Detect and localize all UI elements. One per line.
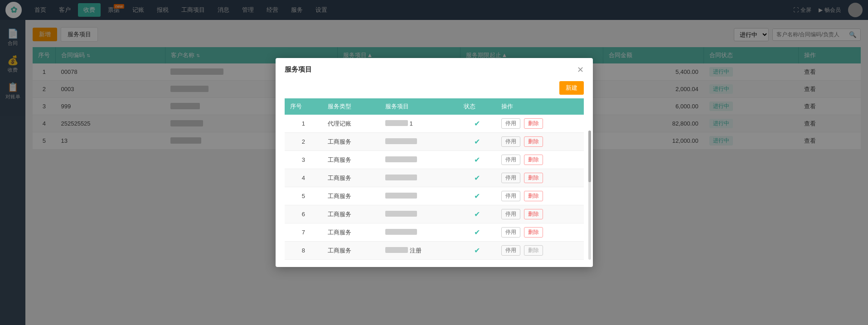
modal-table-row: 2 工商服务 ✔ 停用 删除 bbox=[285, 133, 584, 151]
delete-button[interactable]: 删除 bbox=[524, 155, 543, 165]
modal-cell-type: 工商服务 bbox=[322, 242, 380, 260]
modal-cell-seq: 8 bbox=[285, 242, 322, 260]
stop-button[interactable]: 停用 bbox=[501, 245, 520, 256]
modal-th-status: 状态 bbox=[458, 98, 496, 115]
modal-cell-action: 停用 删除 bbox=[496, 169, 583, 187]
modal-cell-item bbox=[380, 205, 458, 223]
modal-cell-type: 工商服务 bbox=[322, 133, 380, 151]
modal-cell-seq: 5 bbox=[285, 187, 322, 205]
modal-cell-type: 工商服务 bbox=[322, 205, 380, 223]
modal-table-row: 5 工商服务 ✔ 停用 删除 bbox=[285, 187, 584, 205]
modal-table-row: 3 工商服务 ✔ 停用 删除 bbox=[285, 151, 584, 169]
modal-cell-status: ✔ bbox=[458, 205, 496, 223]
modal-table-row: 4 工商服务 ✔ 停用 删除 bbox=[285, 169, 584, 187]
delete-button[interactable]: 删除 bbox=[524, 136, 543, 147]
modal-scrollbar[interactable] bbox=[588, 131, 591, 260]
modal-close-button[interactable]: ✕ bbox=[577, 66, 584, 74]
modal-cell-action: 停用 删除 bbox=[496, 187, 583, 205]
status-check-icon: ✔ bbox=[474, 210, 480, 218]
service-items-modal: 服务项目 ✕ 新建 序号 服务类型 服务项目 状态 操作 1 代理记账 bbox=[276, 58, 593, 267]
delete-button[interactable]: 删除 bbox=[524, 191, 543, 201]
stop-button[interactable]: 停用 bbox=[501, 155, 520, 165]
status-check-icon: ✔ bbox=[474, 138, 480, 146]
modal-cell-seq: 7 bbox=[285, 223, 322, 242]
modal-service-table: 序号 服务类型 服务项目 状态 操作 1 代理记账 1 ✔ 停用 删除 2 工商… bbox=[285, 98, 584, 260]
modal-overlay[interactable]: 服务项目 ✕ 新建 序号 服务类型 服务项目 状态 操作 1 代理记账 bbox=[0, 0, 868, 325]
status-check-icon: ✔ bbox=[474, 120, 480, 127]
modal-th-type: 服务类型 bbox=[322, 98, 380, 115]
modal-cell-action: 停用 删除 bbox=[496, 133, 583, 151]
stop-button[interactable]: 停用 bbox=[501, 191, 520, 201]
delete-button[interactable]: 删除 bbox=[524, 118, 543, 129]
modal-cell-status: ✔ bbox=[458, 187, 496, 205]
modal-cell-item bbox=[380, 187, 458, 205]
modal-cell-item: 注册 bbox=[380, 242, 458, 260]
modal-cell-seq: 3 bbox=[285, 151, 322, 169]
delete-button-disabled[interactable]: 删除 bbox=[524, 245, 543, 256]
modal-cell-status: ✔ bbox=[458, 223, 496, 242]
modal-cell-status: ✔ bbox=[458, 115, 496, 133]
stop-button[interactable]: 停用 bbox=[501, 227, 520, 238]
modal-cell-action: 停用 删除 bbox=[496, 242, 583, 260]
modal-cell-type: 工商服务 bbox=[322, 169, 380, 187]
modal-cell-seq: 4 bbox=[285, 169, 322, 187]
stop-button[interactable]: 停用 bbox=[501, 173, 520, 183]
modal-cell-item bbox=[380, 133, 458, 151]
modal-cell-item bbox=[380, 223, 458, 242]
modal-body: 序号 服务类型 服务项目 状态 操作 1 代理记账 1 ✔ 停用 删除 2 工商… bbox=[276, 98, 593, 267]
modal-cell-seq: 2 bbox=[285, 133, 322, 151]
modal-th-seq: 序号 bbox=[285, 98, 322, 115]
modal-cell-action: 停用 删除 bbox=[496, 115, 583, 133]
modal-cell-status: ✔ bbox=[458, 169, 496, 187]
modal-cell-type: 工商服务 bbox=[322, 187, 380, 205]
modal-table-row: 7 工商服务 ✔ 停用 删除 bbox=[285, 223, 584, 242]
delete-button[interactable]: 删除 bbox=[524, 227, 543, 238]
modal-th-item: 服务项目 bbox=[380, 98, 458, 115]
modal-cell-type: 工商服务 bbox=[322, 223, 380, 242]
modal-cell-item bbox=[380, 169, 458, 187]
modal-cell-action: 停用 删除 bbox=[496, 151, 583, 169]
modal-cell-action: 停用 删除 bbox=[496, 205, 583, 223]
modal-cell-type: 工商服务 bbox=[322, 151, 380, 169]
modal-th-action: 操作 bbox=[496, 98, 583, 115]
stop-button[interactable]: 停用 bbox=[501, 118, 520, 129]
modal-table-row: 1 代理记账 1 ✔ 停用 删除 bbox=[285, 115, 584, 133]
modal-table-row: 6 工商服务 ✔ 停用 删除 bbox=[285, 205, 584, 223]
modal-cell-status: ✔ bbox=[458, 133, 496, 151]
modal-cell-type: 代理记账 bbox=[322, 115, 380, 133]
stop-button[interactable]: 停用 bbox=[501, 136, 520, 147]
delete-button[interactable]: 删除 bbox=[524, 173, 543, 183]
modal-cell-item bbox=[380, 151, 458, 169]
modal-new-button[interactable]: 新建 bbox=[559, 81, 584, 95]
modal-toolbar: 新建 bbox=[276, 78, 593, 98]
status-check-icon: ✔ bbox=[474, 247, 480, 254]
stop-button[interactable]: 停用 bbox=[501, 209, 520, 219]
modal-cell-status: ✔ bbox=[458, 151, 496, 169]
modal-table-row: 8 工商服务 注册 ✔ 停用 删除 bbox=[285, 242, 584, 260]
modal-cell-action: 停用 删除 bbox=[496, 223, 583, 242]
status-check-icon: ✔ bbox=[474, 156, 480, 164]
scrollbar-thumb bbox=[588, 131, 591, 182]
modal-cell-status: ✔ bbox=[458, 242, 496, 260]
status-check-icon: ✔ bbox=[474, 174, 480, 182]
modal-cell-seq: 1 bbox=[285, 115, 322, 133]
modal-title: 服务项目 bbox=[285, 65, 312, 74]
modal-header-row: 序号 服务类型 服务项目 状态 操作 bbox=[285, 98, 584, 115]
status-check-icon: ✔ bbox=[474, 228, 480, 236]
delete-button[interactable]: 删除 bbox=[524, 209, 543, 219]
modal-cell-seq: 6 bbox=[285, 205, 322, 223]
status-check-icon: ✔ bbox=[474, 192, 480, 200]
modal-cell-item: 1 bbox=[380, 115, 458, 133]
modal-header: 服务项目 ✕ bbox=[276, 58, 593, 78]
